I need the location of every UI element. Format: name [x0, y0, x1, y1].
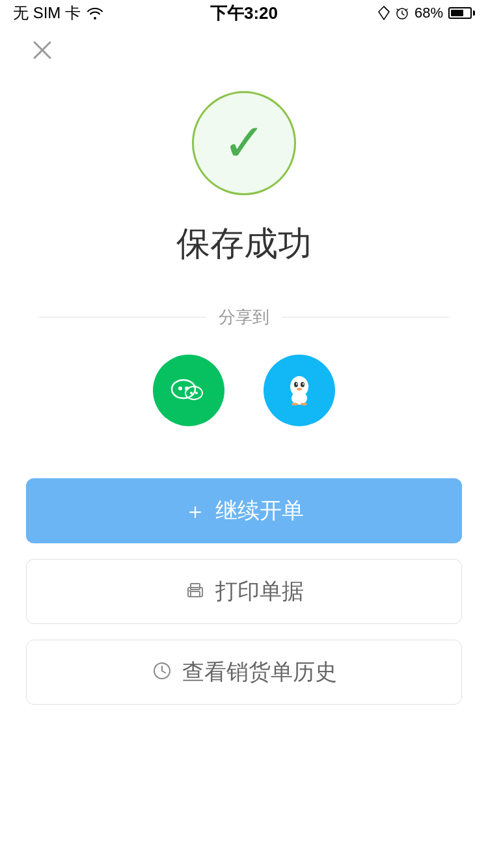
svg-point-4: [178, 387, 182, 390]
status-right: 68%: [378, 5, 475, 21]
svg-point-17: [301, 403, 307, 405]
history-button[interactable]: 查看销货单历史: [26, 640, 462, 705]
share-divider: 分享到: [0, 306, 488, 329]
battery-icon: [448, 7, 475, 19]
continue-label: 继续开单: [215, 496, 304, 526]
svg-point-15: [291, 392, 307, 405]
svg-point-16: [291, 403, 298, 405]
continue-button[interactable]: ＋ 继续开单: [26, 478, 462, 543]
svg-point-10: [294, 382, 298, 387]
svg-rect-19: [191, 584, 200, 590]
svg-point-8: [195, 392, 198, 394]
share-icons-row: [153, 355, 335, 426]
svg-point-14: [297, 388, 302, 390]
checkmark-icon: ✓: [223, 117, 266, 169]
svg-point-11: [301, 382, 305, 387]
svg-point-7: [190, 392, 193, 394]
svg-point-21: [189, 590, 191, 591]
battery-percent: 68%: [414, 5, 443, 21]
success-title: 保存成功: [176, 221, 312, 267]
status-left: 无 SIM 卡: [13, 3, 104, 23]
share-label: 分享到: [206, 306, 282, 329]
divider-left: [39, 317, 206, 318]
svg-rect-20: [191, 591, 200, 597]
clock-icon: [151, 660, 173, 685]
status-time: 下午3:20: [210, 2, 278, 25]
history-label: 查看销货单历史: [182, 657, 337, 687]
qq-share-button[interactable]: [264, 355, 335, 426]
wechat-icon: [168, 370, 210, 411]
close-button[interactable]: [26, 34, 59, 66]
alarm-icon: [395, 6, 409, 20]
action-buttons: ＋ 继续开单 打印单据 查看销货单历史: [0, 478, 488, 705]
printer-icon: [184, 579, 206, 604]
location-icon: [378, 6, 390, 20]
print-button[interactable]: 打印单据: [26, 559, 462, 624]
svg-point-12: [296, 383, 297, 385]
status-bar: 无 SIM 卡 下午3:20 68%: [0, 0, 488, 26]
svg-point-13: [303, 383, 304, 385]
main-content: ✓ 保存成功 分享到: [0, 26, 488, 705]
wechat-share-button[interactable]: [153, 355, 224, 426]
plus-icon: ＋: [184, 500, 206, 522]
no-sim-text: 无 SIM 卡: [13, 3, 81, 23]
svg-point-3: [172, 380, 195, 398]
divider-right: [282, 317, 449, 318]
print-label: 打印单据: [215, 576, 304, 606]
qq-icon: [278, 370, 320, 411]
wifi-icon: [86, 7, 104, 20]
success-circle: ✓: [192, 91, 296, 195]
